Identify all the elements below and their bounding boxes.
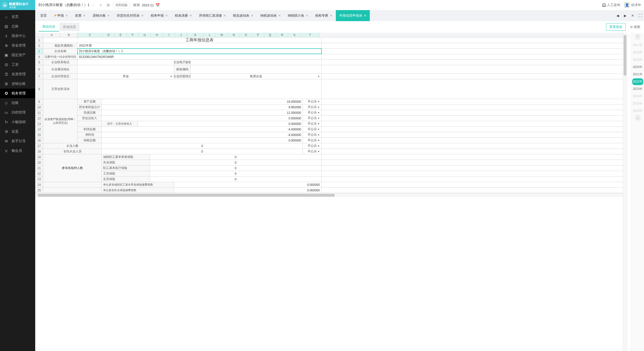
row-header-20[interactable]: 20 [35,160,43,165]
visibility-dropdown[interactable]: 不公示 [303,110,321,115]
company-value[interactable]: 刘小艳演示账套（勿删勿动！）1 [77,49,321,54]
col-header-J[interactable]: J [175,33,187,37]
insurance-value[interactable]: 0 [150,165,321,171]
year-2017年[interactable]: 2017年 [632,42,643,49]
headcount-value[interactable]: 0 [102,143,303,149]
email-value[interactable] [191,60,321,65]
asset-value[interactable]: 9.992000 [102,104,303,110]
row-header-10[interactable]: 10 [35,104,43,110]
visibility-dropdown[interactable]: 不公示 [303,99,321,104]
row-header-22[interactable]: 22 [35,171,43,177]
col-header-B[interactable]: B [60,33,77,37]
row-header-19[interactable]: 19 [35,154,43,160]
year-2021年[interactable]: 2021年 [632,71,643,78]
add-icon[interactable]: ＋ [98,3,103,8]
col-header-L[interactable]: L [204,33,216,37]
tab-3[interactable]: 进销台账✕ [89,10,113,21]
nav-item-2[interactable]: ⫪报表中心 [0,31,35,41]
col-header-M[interactable]: M [216,33,228,37]
col-header-Q[interactable]: Q [264,33,276,37]
insurance-value[interactable]: 0 [150,154,321,160]
nav-item-10[interactable]: ▭归档管理 [0,108,35,117]
col-header-S[interactable]: S [288,33,301,37]
calendar-icon[interactable]: 📅 [155,3,160,7]
nav-item-14[interactable]: V畅会员 [0,146,35,156]
spreadsheet[interactable]: ABCDEFGHIJKLMNOPQRST 1234567891011121314… [35,33,623,351]
insurance-value[interactable]: 0 [150,160,321,165]
close-icon[interactable]: ✕ [306,14,308,17]
contrib-value[interactable]: 0.000000 [174,182,321,187]
row-header-15[interactable]: 15 [35,132,43,138]
nav-item-1[interactable]: ▤总账 [0,22,35,31]
close-icon[interactable]: ✕ [65,14,68,17]
close-icon[interactable]: ✕ [83,14,86,17]
year-up-button[interactable]: ⌃ [635,34,641,40]
tab-10[interactable]: 纳税统计表✕ [284,10,312,21]
visibility-dropdown[interactable]: 不公示 [303,138,321,143]
close-icon[interactable]: ✕ [165,14,168,17]
col-header-C[interactable]: C [77,33,103,37]
row-header-17[interactable]: 17 [35,143,43,149]
brand-logo[interactable]: ☁ 畅捷通好会计 专业版 [0,0,35,10]
close-icon[interactable]: ✕ [223,14,226,17]
row-header-24[interactable]: 24 [35,182,43,188]
asset-value[interactable]: -4.000000 [102,132,303,137]
row-header-4[interactable]: 4 [35,54,43,60]
visibility-dropdown[interactable]: 不公示 [303,132,321,137]
col-header-E[interactable]: E [115,33,127,37]
visibility-dropdown[interactable]: 不公示 [303,121,321,126]
close-icon[interactable]: ✕ [278,14,281,17]
row-header-3[interactable]: 3 [35,49,43,54]
nav-item-13[interactable]: ✉新手引导 [0,136,35,146]
nav-item-11[interactable]: ↻小畅报销 [0,117,35,127]
subtab-basic[interactable]: 基础信息 [39,22,59,31]
insurance-value[interactable]: 0 [150,171,321,176]
nav-item-5[interactable]: ⊟工资 [0,60,35,69]
row-header-5[interactable]: 5 [35,60,43,65]
row-header-18[interactable]: 18 [35,149,43,154]
nav-item-9[interactable]: ◇结账 [0,98,35,108]
col-header-P[interactable]: P [252,33,264,37]
user-menu[interactable]: 👤 徐泽华 [624,2,641,8]
col-header-O[interactable]: O [240,33,252,37]
period-value[interactable]: 2023-11 [142,3,154,7]
col-header-K[interactable]: K [187,33,204,37]
tab-5[interactable]: 税务申报✕ [147,10,171,21]
close-icon[interactable]: ✕ [189,14,192,17]
visibility-dropdown[interactable]: 不公示 [303,149,321,154]
corner-cell[interactable] [35,33,43,37]
tab-1[interactable]: ⚑申报✕ [50,10,71,21]
contrib-value[interactable]: 0.000000 [174,188,321,193]
row-header-13[interactable]: 13 [35,121,43,127]
row-header-21[interactable]: 21 [35,165,43,171]
close-icon[interactable]: ✕ [107,14,110,17]
close-icon[interactable]: ✕ [364,14,366,17]
nav-item-12[interactable]: ⚙设置 [0,127,35,136]
activity-value[interactable] [77,79,321,99]
subtab-other[interactable]: 其他信息 [59,23,79,31]
visibility-dropdown[interactable]: 不公示 [303,143,321,149]
asset-value[interactable]: 18.050000 [102,99,303,104]
vertical-scrollbar[interactable] [623,33,627,351]
tab-0[interactable]: 首页 [37,10,50,21]
addr-value[interactable] [77,65,174,74]
tab-7[interactable]: 所得税汇算清缴✕ [195,10,229,21]
row-header-7[interactable]: 7 [35,74,43,79]
asset-value[interactable]: 0.000000 [102,116,303,121]
tab-12[interactable]: 年报信息申报表✕ [336,10,370,21]
tab-11[interactable]: 税检专家✕ [312,10,336,21]
row-header-23[interactable]: 23 [35,177,43,182]
tab-4[interactable]: 存货别名对照表✕ [113,10,147,21]
year-2025年[interactable]: 2025年 [632,100,643,107]
col-header-I[interactable]: I [163,33,175,37]
nav-item-6[interactable]: ☰发票管理 [0,69,35,79]
fullscreen-icon[interactable]: ⛶ [636,14,644,18]
nav-item-7[interactable]: ⊞进销台账 [0,79,35,89]
nav-item-3[interactable]: ⊛资金管理 [0,41,35,50]
status-dropdown[interactable]: 开业 [77,74,174,79]
tabs-next-button[interactable]: ▶ [621,14,629,18]
tabs-close-button[interactable]: ✕ [629,14,636,18]
year-2023年[interactable]: 2023年 [632,86,643,92]
visibility-dropdown[interactable]: 不公示 [303,104,321,110]
row-header-25[interactable]: 25 [35,188,43,193]
